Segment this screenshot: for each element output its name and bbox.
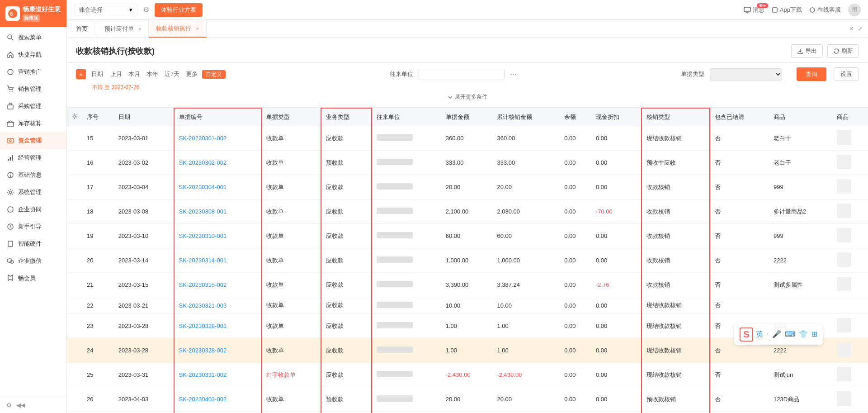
cell-voucher-no[interactable]: SK-20230315-002 — [174, 273, 262, 297]
sidebar-item-search[interactable]: 搜索菜单 — [0, 29, 66, 46]
cell-voucher-no[interactable]: SK-20230314-001 — [174, 248, 262, 273]
filter-dots[interactable]: ··· — [510, 70, 517, 79]
topbar-gear-icon[interactable]: ⚙ — [143, 5, 149, 14]
sidebar-item-wechat[interactable]: 企业微信 — [0, 252, 66, 270]
cell-business-type: 应收款 — [321, 363, 372, 387]
sidebar-item-label: 系统管理 — [18, 188, 42, 196]
refresh-button[interactable]: 刷新 — [827, 44, 859, 58]
svg-point-10 — [9, 140, 11, 142]
cell-voucher-no[interactable]: SK-20230310-001 — [174, 224, 262, 248]
voucher-no-link[interactable]: SK-20230331-002 — [179, 371, 227, 378]
tab-pre-payment-close[interactable]: × — [138, 26, 141, 32]
cell-voucher-no[interactable]: SK-20230331-002 — [174, 363, 262, 387]
sidebar-item-label: 畅会员 — [18, 274, 36, 282]
cell-date: 2023-03-28 — [114, 314, 174, 338]
cell-amount: 3,390.00 — [441, 273, 493, 297]
sidebar-item-inventory[interactable]: 库存核算 — [0, 115, 66, 132]
cell-amount: 1.00 — [441, 338, 493, 363]
collapse-btn[interactable]: ◀◀ — [16, 402, 25, 408]
voucher-no-link[interactable]: SK-20230328-002 — [179, 347, 227, 354]
tab-close-all-icon[interactable]: ✕ — [849, 25, 854, 32]
settings-bottom-btn[interactable]: ⚙ — [6, 402, 12, 408]
voucher-no-link[interactable]: SK-20230310-001 — [179, 233, 227, 239]
sidebar-item-quicknav[interactable]: 快捷导航 — [0, 46, 66, 63]
messages-action[interactable]: 消息 99+ — [744, 6, 764, 14]
cell-voucher-no[interactable]: SK-20230308-001 — [174, 199, 262, 224]
setting-button[interactable]: 设置 — [834, 67, 859, 81]
filter-business-unit-input[interactable] — [419, 69, 505, 80]
sidebar-item-enterprise[interactable]: 企业协同 — [0, 201, 66, 218]
logo-text: 畅康道好生意 标推版 — [23, 5, 61, 22]
cell-voucher-type: 收款单 — [261, 151, 321, 175]
sidebar-item-finance[interactable]: 资金管理 — [0, 132, 66, 149]
sidebar-item-member[interactable]: 畅会员 — [0, 270, 66, 287]
cell-amount: 1.00 — [441, 314, 493, 338]
voucher-no-link[interactable]: SK-20230321-003 — [179, 302, 227, 309]
tabbar: 首页 预计应付单 × 收款核销执行 × ✕ ⤢ — [67, 20, 868, 38]
tab-pre-payment[interactable]: 预计应付单 × — [97, 20, 149, 38]
voucher-no-link[interactable]: SK-20230315-002 — [179, 281, 227, 288]
cell-voucher-no[interactable]: SK-20230328-001 — [174, 314, 262, 338]
cell-write-off-amount: 360.00 — [492, 126, 560, 151]
th-include-settled: 包含已结清 — [710, 108, 769, 126]
online-service-action[interactable]: 在线客服 — [809, 6, 841, 14]
solution-button[interactable]: 体验行业方案 — [155, 3, 203, 17]
cell-voucher-no[interactable]: SK-20230321-003 — [174, 297, 262, 314]
cell-voucher-no[interactable]: SK-20230304-001 — [174, 175, 262, 199]
cell-voucher-no[interactable]: SK-20230403-002 — [174, 387, 262, 412]
sidebar-item-basic[interactable]: 基础信息 — [0, 166, 66, 184]
tab-collection-write-off[interactable]: 收款核销执行 × — [149, 20, 206, 38]
export-button[interactable]: 导出 — [791, 44, 823, 58]
sidebar-item-operations[interactable]: 经营管理 — [0, 149, 66, 166]
date-btn-7days[interactable]: 近7天 — [163, 69, 181, 79]
cell-include-settled: 否 — [710, 363, 769, 387]
filter-toggle-button[interactable]: » — [76, 69, 86, 79]
voucher-no-link[interactable]: SK-20230328-001 — [179, 323, 227, 329]
expand-conditions-button[interactable]: 展开更多条件 — [448, 93, 487, 101]
cell-date: 2023-04-08 — [114, 412, 174, 413]
cell-business-unit — [372, 363, 441, 387]
svg-rect-8 — [7, 123, 14, 126]
cell-voucher-no[interactable]: SK-20230301-002 — [174, 126, 262, 151]
cell-voucher-no[interactable]: SK-20230328-002 — [174, 338, 262, 363]
app-download-action[interactable]: App下载 — [772, 6, 802, 14]
query-button[interactable]: 查询 — [797, 67, 826, 81]
sidebar-item-purchase[interactable]: 采购管理 — [0, 98, 66, 115]
date-btn-more[interactable]: 更多 — [184, 69, 199, 79]
date-btn-this-month[interactable]: 本月 — [127, 69, 142, 79]
voucher-no-link[interactable]: SK-20230304-001 — [179, 184, 227, 190]
cell-voucher-no[interactable]: SK-20230302-002 — [174, 151, 262, 175]
table-wrapper[interactable]: 序号 日期 单据编号 单据类型 业务类型 往来单位 单据金额 累计核销金额 余额… — [67, 108, 868, 413]
cell-balance: 0.00 — [560, 224, 591, 248]
user-avatar[interactable]: 用 — [848, 4, 861, 16]
cell-date: 2023-03-01 — [114, 126, 174, 151]
filter-voucher-type-select[interactable] — [710, 68, 782, 81]
date-btn-this-year[interactable]: 本年 — [145, 69, 160, 79]
voucher-no-link[interactable]: SK-20230301-002 — [179, 135, 227, 142]
tab-home[interactable]: 首页 — [67, 20, 97, 38]
cell-include-settled: 否 — [710, 273, 769, 297]
tab-maximize-icon[interactable]: ⤢ — [858, 25, 863, 32]
cart-icon — [6, 85, 14, 93]
sidebar-logo: 6 畅康道好生意 标推版 — [0, 0, 66, 27]
cell-balance: 0.00 — [560, 248, 591, 273]
date-custom-button[interactable]: 自定义 — [202, 70, 226, 79]
cell-seq: 20 — [82, 248, 114, 273]
sidebar-item-marketing[interactable]: 营销推广 — [0, 63, 66, 81]
sidebar-item-hardware[interactable]: 智能硬件 — [0, 235, 66, 252]
tab-collection-write-off-close[interactable]: × — [196, 26, 198, 31]
date-btn-last-month[interactable]: 上月 — [108, 69, 124, 79]
voucher-no-link[interactable]: SK-20230403-002 — [179, 396, 227, 403]
voucher-no-link[interactable]: SK-20230308-001 — [179, 208, 227, 215]
cell-voucher-no[interactable]: SK-20230408-001 — [174, 412, 262, 413]
sidebar-item-system[interactable]: 系统管理 — [0, 184, 66, 201]
sidebar-item-guide[interactable]: 新手引导 — [0, 218, 66, 235]
handshake-icon — [6, 205, 14, 214]
cell-voucher-type: 收款单 — [261, 338, 321, 363]
voucher-no-link[interactable]: SK-20230302-002 — [179, 159, 227, 166]
account-selector[interactable]: 账套选择 ▾ — [74, 4, 137, 16]
voucher-no-link[interactable]: SK-20230314-001 — [179, 257, 227, 264]
th-settings[interactable] — [67, 108, 82, 126]
cell-write-off-type: 收款核销 — [642, 248, 710, 273]
sidebar-item-sales[interactable]: 销售管理 — [0, 81, 66, 98]
